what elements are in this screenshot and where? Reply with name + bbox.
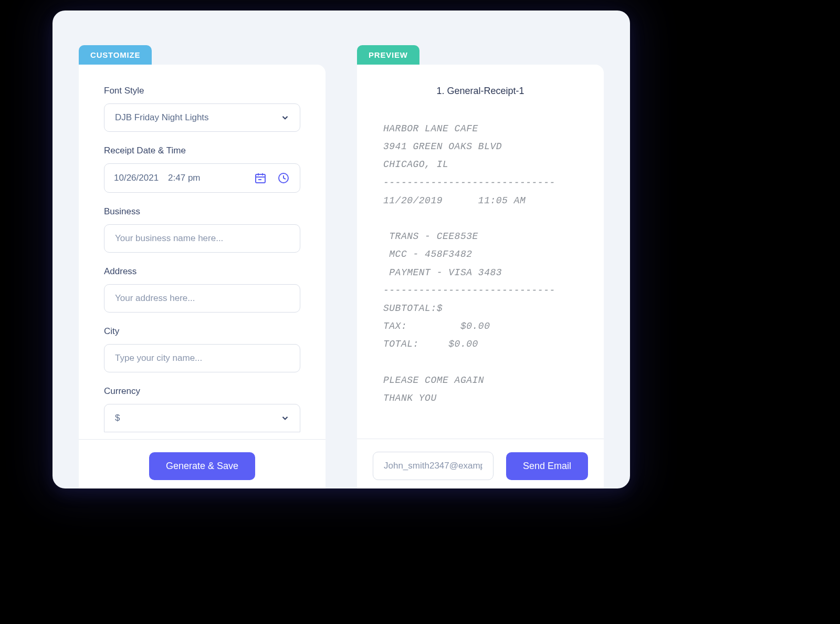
- city-label: City: [104, 326, 300, 337]
- receipt-preview: HARBOR LANE CAFE 3941 GREEN OAKS BLVD CH…: [373, 120, 588, 407]
- time-text: 2:47 pm: [168, 173, 200, 183]
- preview-column: PREVIEW 1. General-Receipt-1 HARBOR LANE…: [357, 11, 604, 488]
- font-style-select[interactable]: DJB Friday Night Lights: [104, 103, 300, 132]
- app-card: CUSTOMIZE Font Style DJB Friday Night Li…: [52, 11, 630, 488]
- preview-tab: PREVIEW: [357, 45, 419, 65]
- preview-title: 1. General-Receipt-1: [436, 86, 524, 97]
- business-label: Business: [104, 206, 300, 217]
- currency-select[interactable]: $: [104, 404, 300, 432]
- address-label: Address: [104, 266, 300, 277]
- currency-label: Currency: [104, 386, 300, 397]
- svg-rect-0: [256, 174, 265, 183]
- date-text: 10/26/2021: [114, 173, 159, 183]
- datetime-label: Receipt Date & Time: [104, 145, 300, 156]
- customize-tab: CUSTOMIZE: [79, 45, 152, 65]
- font-style-label: Font Style: [104, 86, 300, 96]
- generate-save-button[interactable]: Generate & Save: [149, 452, 255, 480]
- email-input[interactable]: [373, 452, 494, 480]
- datetime-field[interactable]: 10/26/2021 2:47 pm: [104, 163, 300, 193]
- send-email-button[interactable]: Send Email: [506, 452, 588, 480]
- business-input[interactable]: [104, 224, 300, 253]
- address-input[interactable]: [104, 284, 300, 313]
- clock-icon[interactable]: [277, 171, 290, 185]
- city-input[interactable]: [104, 344, 300, 372]
- calendar-icon[interactable]: [254, 171, 267, 185]
- customize-column: CUSTOMIZE Font Style DJB Friday Night Li…: [79, 11, 326, 488]
